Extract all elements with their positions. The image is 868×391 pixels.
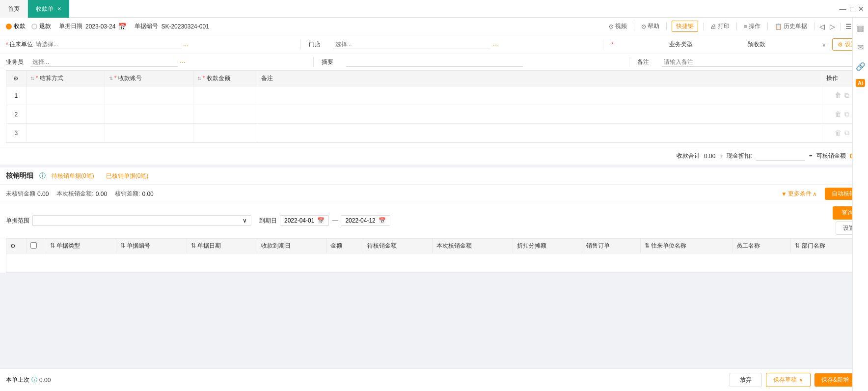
- row3-remark[interactable]: [257, 124, 822, 142]
- detail-col-date-label: 单据日期: [197, 242, 221, 249]
- due-date-end-input[interactable]: 2022-04-12 📅: [341, 215, 390, 226]
- row2-amount[interactable]: [193, 105, 257, 124]
- maximize-icon[interactable]: □: [850, 5, 854, 13]
- sidebar-link-icon[interactable]: 🔗: [854, 60, 868, 73]
- due-date-start-input[interactable]: 2022-04-01 📅: [280, 215, 329, 226]
- pending-tab[interactable]: 待核销单据(0笔): [52, 172, 94, 180]
- divider7: [840, 23, 841, 30]
- help-icon: ⊙: [641, 23, 646, 30]
- divider2: [666, 23, 667, 30]
- print-btn[interactable]: 🖨 打印: [708, 21, 732, 31]
- shop-more-icon[interactable]: ···: [492, 41, 498, 49]
- row1-amount[interactable]: [193, 86, 257, 105]
- shortcut-btn[interactable]: 快捷键: [672, 21, 698, 32]
- history-icon: 📋: [775, 23, 782, 30]
- row1-remark[interactable]: [257, 86, 822, 105]
- detail-no-sort: ⇅: [120, 242, 125, 249]
- ai-badge[interactable]: Ai: [856, 79, 865, 87]
- staff-field: 业务员 ···: [6, 57, 305, 67]
- detail-col-amount: 金额: [326, 239, 363, 253]
- partner-input[interactable]: [34, 40, 181, 49]
- divider3: [703, 23, 704, 30]
- close-icon[interactable]: ✕: [858, 5, 864, 13]
- partner-field: * 往来单位 ···: [6, 40, 293, 49]
- save-draft-button[interactable]: 保存草稿 ∧: [766, 373, 811, 387]
- verify-info-icon[interactable]: ⓘ: [39, 171, 46, 180]
- account-sort-icon[interactable]: ⇅: [109, 76, 113, 81]
- per-order-value: 0.00: [39, 377, 51, 384]
- row1-account[interactable]: [105, 86, 193, 105]
- sum-plus: +: [719, 153, 723, 160]
- amount-label: 收款金额: [207, 75, 230, 82]
- list-icon[interactable]: ☰: [845, 23, 852, 30]
- shop-input[interactable]: [333, 40, 490, 49]
- row2-delete-icon[interactable]: 🗑: [835, 110, 841, 118]
- home-tab[interactable]: 首页: [0, 0, 28, 18]
- partner-label: 往来单位: [9, 40, 34, 49]
- settle-required: *: [36, 75, 38, 82]
- receipt-type-group: 收款 退款: [6, 22, 51, 30]
- row3-account[interactable]: [105, 124, 193, 142]
- receipt-tab[interactable]: 收款单 ×: [28, 0, 69, 18]
- detail-due-label: 收款到期日: [261, 242, 291, 249]
- field-divider4: [629, 57, 629, 67]
- due-date-filter: 到期日 2022-04-01 📅 — 2022-04-12 📅: [259, 215, 390, 226]
- help-btn[interactable]: ⊙ 帮助: [639, 21, 661, 31]
- row2-account[interactable]: [105, 105, 193, 124]
- row3-amount[interactable]: [193, 124, 257, 142]
- sidebar-table-icon[interactable]: ▦: [855, 22, 866, 35]
- amount-sort-icon[interactable]: ⇅: [197, 76, 201, 81]
- receipt-radio[interactable]: 收款: [6, 22, 26, 30]
- stats-row: 未核销金额 0.00 本次核销金额: 0.00 核销差额: 0.00 ▼ 更多条…: [0, 185, 868, 203]
- sum-label: 收款合计: [677, 152, 700, 160]
- row3-settle[interactable]: [26, 124, 105, 142]
- divider1: [634, 23, 634, 30]
- refund-radio-label: 退款: [39, 22, 51, 30]
- history-btn[interactable]: 📋 历史单据: [773, 21, 809, 31]
- next-icon[interactable]: ▷: [830, 23, 835, 30]
- detail-col-checkbox[interactable]: [26, 239, 46, 253]
- calendar-icon[interactable]: 📅: [118, 23, 127, 30]
- abandon-button[interactable]: 放弃: [730, 373, 762, 387]
- row2-settle[interactable]: [26, 105, 105, 124]
- detail-col-gear[interactable]: ⚙: [6, 239, 26, 253]
- detail-type-sort: ⇅: [50, 242, 55, 249]
- range-select[interactable]: ∨: [32, 215, 251, 226]
- summary-input[interactable]: [346, 57, 523, 67]
- row1-settle[interactable]: [26, 86, 105, 105]
- save-draft-label: 保存草稿: [773, 376, 797, 384]
- table-gear-icon[interactable]: ⚙: [13, 75, 19, 82]
- col-gear-header[interactable]: ⚙: [6, 71, 26, 86]
- remark-input[interactable]: [662, 57, 862, 67]
- tab-close-icon[interactable]: ×: [57, 0, 61, 18]
- row1-copy-icon[interactable]: ⧉: [844, 91, 849, 100]
- video-icon: ⊙: [609, 23, 614, 30]
- row1-delete-icon[interactable]: 🗑: [835, 91, 841, 100]
- shop-field: 门店 ···: [309, 40, 596, 49]
- filter-icon: ▼: [781, 191, 787, 197]
- discount-input[interactable]: [756, 151, 805, 161]
- prev-icon[interactable]: ◁: [819, 23, 825, 30]
- per-order-info-icon[interactable]: ⓘ: [31, 376, 37, 384]
- ops-btn[interactable]: ≡ 操作: [742, 21, 762, 31]
- biz-type-chevron[interactable]: ∨: [822, 41, 826, 48]
- select-all-checkbox[interactable]: [30, 242, 37, 249]
- partner-required: *: [6, 41, 8, 48]
- row2-copy-icon[interactable]: ⧉: [844, 110, 849, 118]
- sidebar-email-icon[interactable]: ✉: [855, 41, 866, 54]
- row3-delete-icon[interactable]: 🗑: [835, 129, 841, 137]
- row2-remark[interactable]: [257, 105, 822, 124]
- partner-more-icon[interactable]: ···: [183, 41, 189, 49]
- row3-copy-icon[interactable]: ⧉: [844, 129, 849, 137]
- staff-more-icon[interactable]: ···: [180, 58, 186, 66]
- range-chevron-icon: ∨: [243, 217, 247, 224]
- more-conditions-btn[interactable]: ▼ 更多条件 ∧: [781, 190, 817, 198]
- minimize-icon[interactable]: —: [840, 5, 846, 13]
- settle-sort-icon[interactable]: ⇅: [30, 76, 34, 81]
- video-btn[interactable]: ⊙ 视频: [607, 21, 629, 31]
- refund-radio[interactable]: 退款: [31, 22, 51, 30]
- done-tab[interactable]: 已核销单据(0笔): [106, 172, 149, 180]
- detail-staff-label: 员工名称: [736, 242, 760, 249]
- due-date-label: 到期日: [259, 217, 277, 225]
- staff-input[interactable]: [30, 57, 178, 67]
